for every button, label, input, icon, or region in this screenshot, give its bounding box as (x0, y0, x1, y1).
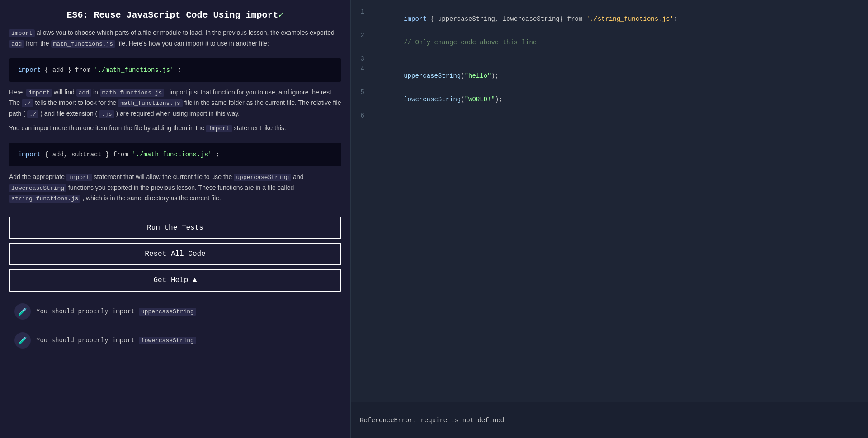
run-tests-button[interactable]: Run the Tests (9, 217, 341, 239)
code-line-5: 5 lowercaseString("WORLD!"); (351, 88, 868, 111)
line-number-6: 6 (351, 112, 373, 119)
import-keyword-inline: import (9, 29, 35, 37)
code-line-1: 1 import { uppercaseString, lowercaseStr… (351, 7, 868, 31)
line-number-2: 2 (351, 32, 373, 39)
console-error-text: ReferenceError: require is not defined (360, 417, 504, 424)
console-panel: ReferenceError: require is not defined (351, 402, 868, 438)
test-item-1: 🧪 You should properly import uppercaseSt… (9, 299, 341, 324)
code-example-2: import { add, subtract } from './math_fu… (9, 143, 341, 166)
line-number-1: 1 (351, 8, 373, 15)
line-content-4: uppercaseString("hello"); (373, 65, 499, 87)
line-content-1: import { uppercaseString, lowercaseStrin… (373, 8, 677, 30)
math-functions-inline: math_functions.js (51, 40, 116, 48)
right-panel: 1 import { uppercaseString, lowercaseStr… (351, 0, 868, 438)
test-icon-2: 🧪 (14, 332, 31, 349)
test-text-2: You should properly import lowercaseStri… (36, 337, 200, 344)
line-content-5: lowercaseString("WORLD!"); (373, 89, 503, 110)
buttons-section: Run the Tests Reset All Code Get Help ▲ (9, 217, 341, 292)
checkmark-icon: ✓ (278, 10, 284, 20)
code-line-4: 4 uppercaseString("hello"); (351, 64, 868, 88)
test-text-1: You should properly import uppercaseStri… (36, 308, 200, 315)
line-content-2: // Only change code above this line (373, 32, 537, 53)
paragraph-4: Add the appropriate import statement tha… (9, 172, 341, 204)
reset-code-button[interactable]: Reset All Code (9, 243, 341, 265)
line-number-5: 5 (351, 89, 373, 96)
code-line-3: 3 (351, 54, 868, 64)
test-item-2: 🧪 You should properly import lowercaseSt… (9, 328, 341, 353)
line-number-3: 3 (351, 55, 373, 62)
code-example-1: import { add } from './math_functions.js… (9, 58, 341, 82)
code-editor[interactable]: 1 import { uppercaseString, lowercaseStr… (351, 0, 868, 402)
paragraph-2: Here, import will find add in math_funct… (9, 87, 341, 119)
intro-paragraph: import allows you to choose which parts … (9, 28, 341, 49)
test-icon-1: 🧪 (14, 303, 31, 320)
lesson-title: ES6: Reuse JavaScript Code Using import✓ (9, 9, 341, 20)
code-line-6: 6 (351, 111, 868, 121)
code-line-2: 2 // Only change code above this line (351, 31, 868, 54)
get-help-button[interactable]: Get Help ▲ (9, 269, 341, 292)
tests-section: 🧪 You should properly import uppercaseSt… (9, 299, 341, 353)
line-number-4: 4 (351, 65, 373, 72)
paragraph-3: You can import more than one item from t… (9, 123, 341, 134)
left-panel: ES6: Reuse JavaScript Code Using import✓… (0, 0, 350, 438)
add-keyword-inline: add (9, 40, 24, 48)
